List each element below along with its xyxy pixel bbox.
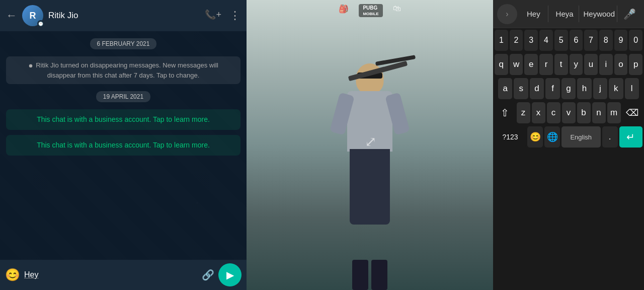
key-y[interactable]: y	[570, 54, 583, 75]
bottom-row: ?123 😊 🌐 English . ↵	[493, 125, 644, 149]
header-actions: 📞+ ⋮	[205, 9, 240, 22]
key-e[interactable]: e	[524, 54, 538, 75]
message-input[interactable]: Hey	[24, 270, 198, 279]
qwerty-row: q w e r t y u i o p	[493, 52, 644, 77]
symbols-key[interactable]: ?123	[495, 126, 526, 148]
attach-button[interactable]: 🔗	[202, 269, 214, 281]
key-8[interactable]: 8	[599, 30, 613, 51]
call-button[interactable]: 📞+	[205, 9, 221, 22]
emoji-keyboard-key[interactable]: 😊	[527, 126, 543, 148]
key-f[interactable]: f	[545, 78, 559, 99]
game-panel: ⤢ 🎒 PUBGMOBILE 🛍	[247, 0, 493, 290]
avatar-status-icon: 🕐	[37, 20, 44, 27]
back-button[interactable]: ←	[6, 9, 17, 22]
key-o[interactable]: o	[614, 54, 628, 75]
key-i[interactable]: i	[599, 54, 613, 75]
key-h[interactable]: h	[577, 78, 591, 99]
key-x[interactable]: x	[532, 102, 545, 123]
move-icon: ⤢	[365, 133, 376, 150]
backspace-key[interactable]: ⌫	[622, 102, 643, 123]
globe-key[interactable]: 🌐	[544, 126, 560, 148]
key-q[interactable]: q	[495, 54, 508, 75]
key-1[interactable]: 1	[495, 30, 508, 51]
key-5[interactable]: 5	[554, 30, 568, 51]
key-d[interactable]: d	[530, 78, 544, 99]
asdf-row: a s d f g h j k l	[493, 77, 644, 101]
key-b[interactable]: b	[577, 102, 591, 123]
avatar: R 🕐	[22, 5, 43, 26]
send-button[interactable]: ▶	[218, 263, 242, 286]
date-badge-1: 6 FEBRUARY 2021	[90, 38, 157, 49]
key-t[interactable]: t	[554, 54, 568, 75]
chat-header: ← R 🕐 Ritik Jio 📞+ ⋮	[0, 0, 247, 31]
key-g[interactable]: g	[561, 78, 576, 99]
messages-area: 6 FEBRUARY 2021 Ritik Jio turned on disa…	[0, 31, 247, 260]
input-bar: 😊 Hey 🔗 ▶	[0, 260, 247, 290]
key-2[interactable]: 2	[510, 30, 523, 51]
key-v[interactable]: v	[562, 102, 576, 123]
suggestion-heya[interactable]: Heya	[550, 6, 580, 22]
period-key[interactable]: .	[602, 126, 618, 148]
emoji-button[interactable]: 😊	[5, 268, 20, 282]
key-a[interactable]: a	[498, 78, 512, 99]
contact-name[interactable]: Ritik Jio	[48, 11, 200, 21]
key-w[interactable]: w	[510, 54, 523, 75]
mic-button[interactable]: 🎤	[619, 4, 640, 24]
system-message[interactable]: Ritik Jio turned on disappearing message…	[6, 56, 240, 84]
key-9[interactable]: 9	[614, 30, 628, 51]
suggestion-hey[interactable]: Hey	[519, 6, 548, 22]
key-7[interactable]: 7	[584, 30, 598, 51]
business-message-1[interactable]: This chat is with a business account. Ta…	[6, 109, 240, 130]
zxcv-row: ⇧ z x c v b n m ⌫	[493, 101, 644, 125]
key-k[interactable]: k	[609, 78, 623, 99]
key-c[interactable]: c	[547, 102, 560, 123]
key-6[interactable]: 6	[570, 30, 583, 51]
key-p[interactable]: p	[629, 54, 642, 75]
more-options-button[interactable]: ⋮	[229, 9, 240, 22]
key-3[interactable]: 3	[524, 30, 538, 51]
key-l[interactable]: l	[625, 78, 639, 99]
suggestion-heywood[interactable]: Heywood	[581, 6, 617, 22]
business-message-2[interactable]: This chat is with a business account. Ta…	[6, 135, 240, 156]
enter-key[interactable]: ↵	[619, 126, 643, 148]
key-z[interactable]: z	[517, 102, 530, 123]
expand-suggestions-button[interactable]: ›	[497, 4, 517, 24]
key-r[interactable]: r	[539, 54, 553, 75]
date-badge-2: 19 APRIL 2021	[96, 91, 150, 102]
key-u[interactable]: u	[584, 54, 598, 75]
shift-key[interactable]: ⇧	[495, 102, 515, 123]
language-key[interactable]: English	[561, 126, 601, 148]
number-row: 1 2 3 4 5 6 7 8 9 0	[493, 28, 644, 52]
key-j[interactable]: j	[593, 78, 607, 99]
key-0[interactable]: 0	[629, 30, 642, 51]
key-s[interactable]: s	[514, 78, 528, 99]
key-m[interactable]: m	[607, 102, 621, 123]
key-4[interactable]: 4	[539, 30, 553, 51]
suggestions-row: › Hey Heya Heywood 🎤	[493, 0, 644, 28]
send-icon: ▶	[226, 269, 234, 281]
key-n[interactable]: n	[592, 102, 606, 123]
game-hud: 🎒 PUBGMOBILE 🛍	[247, 0, 493, 21]
chat-panel: ← R 🕐 Ritik Jio 📞+ ⋮ 6 FEBRUARY 2021 Rit…	[0, 0, 247, 290]
keyboard-panel: › Hey Heya Heywood 🎤 1 2 3 4 5 6 7 8 9 0…	[493, 0, 644, 290]
